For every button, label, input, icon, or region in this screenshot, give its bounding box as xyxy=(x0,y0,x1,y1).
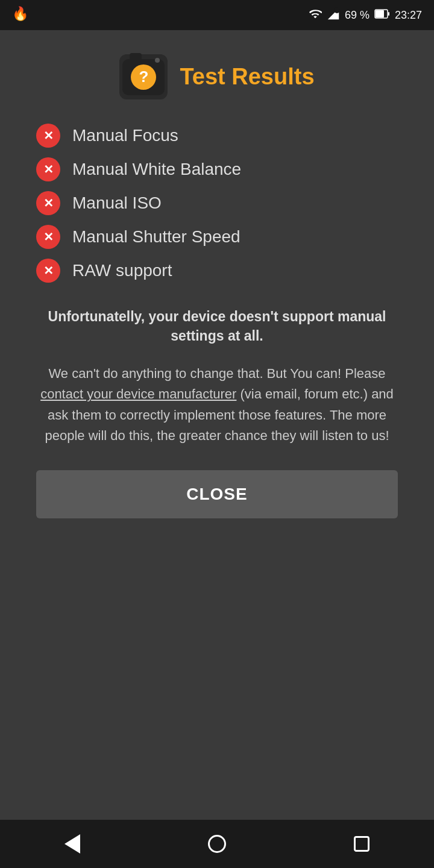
fire-icon: 🔥 xyxy=(12,6,30,24)
status-bar-left: 🔥 xyxy=(12,6,30,24)
header: ? Test Results xyxy=(119,54,314,99)
recents-button[interactable] xyxy=(347,829,377,859)
svg-rect-2 xyxy=(388,12,389,16)
time-display: 23:27 xyxy=(395,9,422,22)
results-list: Manual Focus Manual White Balance Manual… xyxy=(36,124,398,283)
fail-icon-manual-iso xyxy=(36,191,60,215)
result-label-manual-focus: Manual Focus xyxy=(72,126,178,145)
back-button[interactable] xyxy=(57,829,87,859)
result-label-raw: RAW support xyxy=(72,261,172,280)
signal-off-icon xyxy=(327,7,340,24)
fail-icon-manual-shutter xyxy=(36,225,60,249)
page-title: Test Results xyxy=(180,64,314,90)
battery-icon xyxy=(374,8,390,22)
home-icon xyxy=(208,835,226,853)
recents-icon xyxy=(354,836,370,852)
result-label-manual-wb: Manual White Balance xyxy=(72,160,241,179)
result-item-manual-iso: Manual ISO xyxy=(36,191,398,215)
description-message: We can't do anything to change that. But… xyxy=(36,363,398,445)
navigation-bar xyxy=(0,820,434,868)
close-button[interactable]: CLOSE xyxy=(36,470,398,518)
home-button[interactable] xyxy=(202,829,232,859)
warning-message: Unfortunatelly, your device doesn't supp… xyxy=(36,307,398,345)
camera-body: ? xyxy=(122,59,165,95)
status-bar-right: 69 % 23:27 xyxy=(309,7,422,24)
main-content: ? Test Results Manual Focus Manual White… xyxy=(0,30,434,820)
manufacturer-contact-link[interactable]: contact your device manufacturer xyxy=(40,386,236,401)
svg-rect-1 xyxy=(376,10,384,17)
battery-text: 69 % xyxy=(345,9,370,22)
result-item-raw: RAW support xyxy=(36,259,398,283)
app-icon: ? xyxy=(119,54,168,99)
result-item-manual-wb: Manual White Balance xyxy=(36,157,398,181)
status-bar: 🔥 69 % 23:27 xyxy=(0,0,434,30)
fail-icon-manual-focus xyxy=(36,124,60,148)
camera-dot xyxy=(155,58,160,63)
result-label-manual-iso: Manual ISO xyxy=(72,193,162,213)
result-item-manual-focus: Manual Focus xyxy=(36,124,398,148)
back-icon xyxy=(64,834,80,854)
fail-icon-raw xyxy=(36,259,60,283)
result-label-manual-shutter: Manual Shutter Speed xyxy=(72,227,241,247)
fail-icon-manual-wb xyxy=(36,157,60,181)
result-item-manual-shutter: Manual Shutter Speed xyxy=(36,225,398,249)
wifi-icon xyxy=(309,7,322,24)
camera-bump xyxy=(130,53,142,59)
question-mark-icon: ? xyxy=(131,64,156,90)
